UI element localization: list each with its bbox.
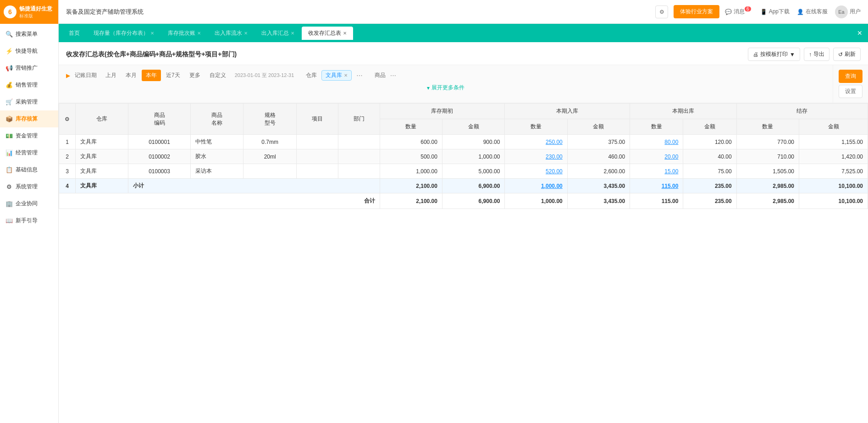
sidebar-label: 销售管理: [16, 81, 38, 89]
row-out-qty[interactable]: 20.00: [630, 149, 683, 164]
date-filter-group: 上月 本月 本年 近7天 更多 自定义: [101, 70, 230, 81]
this-year-btn[interactable]: 本年: [142, 70, 161, 81]
filter-row-expand: ▾ 展开更多条件: [66, 84, 825, 92]
row-in-amt: 460.00: [567, 149, 630, 164]
tab-close-icon[interactable]: ✕: [291, 31, 294, 36]
settings-button[interactable]: 设置: [839, 85, 862, 98]
tab-item-4[interactable]: 出入库汇总✕: [255, 27, 301, 40]
sidebar-item-营销推广[interactable]: 📢营销推广: [0, 60, 58, 77]
export-button[interactable]: ↑ 导出: [804, 48, 829, 61]
sidebar-item-库存核算[interactable]: 📦库存核算: [0, 110, 58, 127]
sidebar-item-采购管理[interactable]: 🛒采购管理: [0, 93, 58, 110]
row-balance-qty: 710.00: [736, 149, 799, 164]
filter-expand-arrow[interactable]: ▶: [66, 72, 70, 79]
settings-col-header[interactable]: ⚙: [59, 104, 76, 135]
print-icon: 🖨: [753, 51, 758, 58]
app-download-button[interactable]: 📱 App下载: [760, 8, 790, 16]
settings-gear-button[interactable]: ⚙: [655, 5, 668, 18]
chevron-down-icon: ▾: [427, 85, 430, 91]
row-out-qty[interactable]: 80.00: [630, 135, 683, 149]
sidebar-icon: 🔍: [6, 31, 13, 38]
query-button[interactable]: 查询: [839, 70, 862, 83]
expand-more-btn[interactable]: ▾ 展开更多条件: [427, 84, 464, 92]
subtotal-in-qty[interactable]: 1,000.00: [505, 179, 567, 193]
sidebar-item-经营管理[interactable]: 📊经营管理: [0, 144, 58, 161]
more-date-btn[interactable]: 更多: [185, 70, 205, 81]
opening-group-header: 库存期初: [380, 104, 505, 119]
row-opening-amt: 5,000.00: [442, 164, 504, 179]
warehouse-tag[interactable]: 文具库 ✕: [321, 70, 352, 81]
print-button[interactable]: 🖨 按模板打印 ▼: [748, 48, 800, 61]
sidebar-icon: 📢: [6, 65, 13, 72]
warehouse-more-btn[interactable]: ···: [356, 71, 362, 80]
row-in-qty[interactable]: 250.00: [505, 135, 567, 149]
sidebar-item-销售管理[interactable]: 💰销售管理: [0, 77, 58, 93]
tab-item-5[interactable]: 收发存汇总表✕: [302, 27, 353, 40]
sidebar-label: 基础信息: [16, 166, 38, 174]
tab-close-icon[interactable]: ✕: [150, 31, 154, 36]
goods-more-btn[interactable]: ···: [390, 71, 396, 80]
subtotal-out-qty[interactable]: 115.00: [630, 179, 683, 193]
tab-label: 收发存汇总表: [308, 29, 341, 37]
tab-close-icon[interactable]: ✕: [244, 31, 248, 36]
top-header: 装备及固定资产辅助管理系统 ⚙ 体验行业方案 💬 消息 6 📱 App下载 👤 …: [59, 0, 868, 24]
tab-item-2[interactable]: 库存批次账✕: [161, 27, 207, 40]
sidebar-item-基础信息[interactable]: 📋基础信息: [0, 161, 58, 178]
row-in-qty[interactable]: 520.00: [505, 164, 567, 179]
row-out-amt: 120.00: [683, 135, 736, 149]
last7days-btn[interactable]: 近7天: [162, 70, 184, 81]
row-warehouse: 文具库: [76, 164, 128, 179]
row-department: [338, 149, 380, 164]
user-button[interactable]: Ea 用户: [835, 5, 861, 18]
row-in-amt: 375.00: [567, 135, 630, 149]
system-title: 装备及固定资产辅助管理系统: [66, 8, 650, 16]
footer-in-qty: 1,000.00: [505, 193, 567, 209]
row-out-qty[interactable]: 15.00: [630, 164, 683, 179]
in-amt-header: 金额: [567, 119, 630, 135]
tab-item-3[interactable]: 出入库流水✕: [208, 27, 254, 40]
this-month-btn[interactable]: 本月: [122, 70, 141, 81]
row-balance-qty: 1,505.00: [736, 164, 799, 179]
tab-label: 现存量（库存分布表）: [94, 29, 149, 37]
tab-close-icon[interactable]: ✕: [197, 31, 201, 36]
table-row: 2 文具库 0100002 胶水 20ml 500.00 1,000.00 23…: [59, 149, 868, 164]
opening-amt-header: 金额: [442, 119, 504, 135]
goods-name-col-header: 商品名称: [191, 104, 243, 135]
row-department: [338, 164, 380, 179]
row-in-qty[interactable]: 230.00: [505, 149, 567, 164]
refresh-button[interactable]: ↺ 刷新: [833, 48, 861, 61]
tab-item-1[interactable]: 现存量（库存分布表）✕: [87, 27, 160, 40]
tab-bar: 首页现存量（库存分布表）✕库存批次账✕出入库流水✕出入库汇总✕收发存汇总表✕✕: [59, 24, 868, 42]
tab-bar-close-btn[interactable]: ✕: [855, 27, 864, 38]
warehouse-tag-close[interactable]: ✕: [344, 73, 348, 78]
last-month-btn[interactable]: 上月: [101, 70, 121, 81]
data-table-section: ⚙ 仓库 商品编码 商品名称 规格型号 项目 部门 库存期初 本期入库 本期出库…: [59, 103, 868, 423]
sidebar-item-新手引导[interactable]: 📖新手引导: [0, 212, 58, 229]
tab-item-0[interactable]: 首页: [62, 27, 86, 40]
row-goods-code: 0100001: [128, 135, 190, 149]
sidebar-item-搜索菜单[interactable]: 🔍搜索菜单: [0, 26, 58, 43]
row-no: 2: [59, 149, 76, 164]
row-opening-amt: 900.00: [442, 135, 504, 149]
sidebar-label: 营销推广: [16, 64, 38, 72]
period-in-group-header: 本期入库: [505, 104, 630, 119]
row-warehouse: 文具库: [76, 149, 128, 164]
footer-opening-amt: 6,900.00: [442, 193, 504, 209]
sidebar-label: 经营管理: [16, 149, 38, 157]
trial-button[interactable]: 体验行业方案: [674, 5, 719, 18]
custom-date-btn[interactable]: 自定义: [205, 70, 230, 81]
sidebar-item-快捷导航[interactable]: ⚡快捷导航: [0, 43, 58, 60]
messages-button[interactable]: 💬 消息 6: [725, 8, 753, 16]
sidebar-item-企业协同[interactable]: 🏢企业协同: [0, 195, 58, 212]
footer-label: 合计: [59, 193, 380, 209]
row-balance-amt: 1,155.00: [799, 135, 868, 149]
row-no: 3: [59, 164, 76, 179]
sidebar-item-系统管理[interactable]: ⚙系统管理: [0, 178, 58, 195]
online-service-button[interactable]: 👤 在线客服: [797, 8, 828, 16]
row-opening-amt: 1,000.00: [442, 149, 504, 164]
sidebar-item-资金管理[interactable]: 💵资金管理: [0, 127, 58, 144]
tab-close-icon[interactable]: ✕: [343, 31, 347, 36]
query-section: 查询 设置: [833, 65, 868, 103]
header-actions: 💬 消息 6 📱 App下载 👤 在线客服 Ea 用户: [725, 5, 861, 18]
sidebar-label: 系统管理: [16, 183, 38, 191]
